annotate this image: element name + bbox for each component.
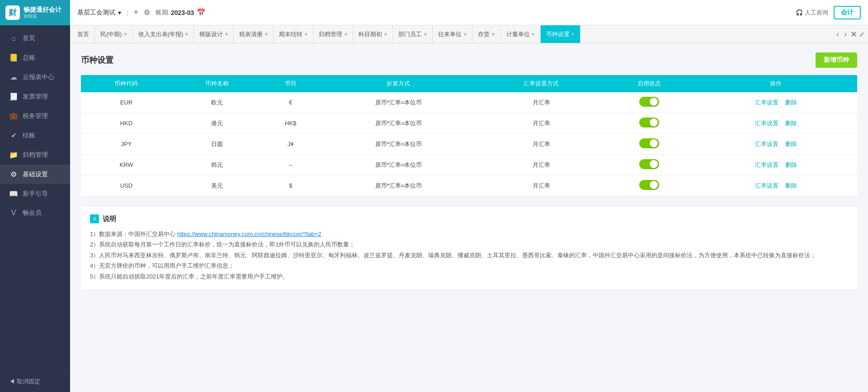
tab-stock[interactable]: 存货 × (472, 25, 500, 43)
cell-symbol-2: J¥ (263, 134, 319, 155)
account-button[interactable]: 会计 (834, 6, 861, 19)
tab-label-dept: 部门员工 (398, 30, 422, 38)
cell-calc-0: 原币*汇率=本位币 (319, 92, 478, 113)
calendar-icon[interactable]: 📅 (197, 8, 206, 17)
tab-close-dept[interactable]: × (424, 31, 427, 38)
tab-partner[interactable]: 往来单位 × (433, 25, 472, 43)
sidebar-footer-toggle[interactable]: ◀ 取消固定 (0, 371, 70, 392)
chinamoney-link[interactable]: https://www.chinamoney.com.cn/chinese/bk… (177, 231, 321, 237)
rate-setting-link-4[interactable]: 汇率设置 (755, 182, 778, 189)
new-currency-button[interactable]: 新增币种 (816, 52, 857, 68)
tab-close-currency[interactable]: × (571, 31, 575, 38)
tab-close-partner[interactable]: × (463, 31, 467, 38)
toggle-enabled-4[interactable] (639, 180, 659, 190)
note-item-4: 5）系统只能自动抓取2021年度后的汇率，之前年度汇率需要用户手工维护。 (90, 271, 848, 282)
toggle-enabled-2[interactable] (639, 138, 659, 148)
sidebar-item-settings[interactable]: ⚙ 基础设置 (0, 165, 70, 184)
tab-unit[interactable]: 计量单位 × (501, 25, 541, 43)
cell-symbol-3: -- (263, 155, 319, 175)
note-item-2: 3）人民币对马来西亚林吉特、俄罗斯卢布、南非兰特、韩元、阿联酋迪拉姆、沙特里亚尔… (90, 250, 848, 260)
delete-link-4[interactable]: 删除 (785, 182, 797, 189)
tabbar-nav: ‹ › ✕ ⤢ (833, 29, 866, 39)
cell-code-3: KRW (81, 155, 172, 175)
toggle-enabled-0[interactable] (639, 97, 659, 107)
period-label: 账期 (156, 9, 168, 17)
cell-name-1: 港元 (172, 113, 263, 134)
sidebar-item-archive[interactable]: 📁 归档管理 (0, 145, 70, 165)
cell-enabled-1 (604, 113, 695, 134)
tab-income[interactable]: 收入支出表(年报) × (133, 25, 194, 43)
sidebar-item-member[interactable]: V 畅会员 (0, 203, 70, 222)
table-header: 币种代码币种名称币符折算方式汇率设置方式启用状态操作 (81, 75, 857, 92)
tab-subject[interactable]: 科目期初 × (353, 25, 393, 43)
sidebar-item-home[interactable]: ⌂ 首页 (0, 29, 70, 48)
tab-next-button[interactable]: › (843, 29, 849, 39)
cell-symbol-1: HK$ (263, 113, 319, 134)
company-selector[interactable]: 基层工会测试 ▾ (77, 9, 121, 17)
cell-code-1: HKD (81, 113, 172, 134)
tab-label-stock: 存货 (478, 30, 490, 38)
tab-template[interactable]: 模版设计 × (194, 25, 234, 43)
note-item-3: 4）无官方牌价的币种，可以用用户手工维护汇率信息； (90, 260, 848, 271)
toggle-enabled-1[interactable] (639, 118, 659, 128)
cell-enabled-0 (604, 92, 695, 113)
tab-period[interactable]: 期末结转 × (274, 25, 313, 43)
sidebar-item-reports[interactable]: ☁ 云报表中心 (0, 67, 70, 87)
toggle-knob-4 (650, 181, 658, 189)
tab-close-period[interactable]: × (304, 31, 307, 38)
toggle-knob-2 (650, 139, 658, 147)
rate-setting-link-0[interactable]: 汇率设置 (755, 99, 778, 106)
archive-icon: 📁 (9, 151, 18, 159)
tab-close-archive[interactable]: × (344, 31, 347, 38)
sidebar-item-checkout[interactable]: ✔ 结账 (0, 126, 70, 145)
tab-close-tax[interactable]: × (264, 31, 268, 38)
tab-tax[interactable]: 税表清册 × (234, 25, 274, 43)
tab-home[interactable]: 首页 (72, 25, 95, 43)
delete-link-0[interactable]: 删除 (785, 99, 797, 106)
delete-link-3[interactable]: 删除 (785, 161, 797, 168)
tab-expand-button[interactable]: ⤢ (859, 31, 864, 38)
rate-setting-link-3[interactable]: 汇率设置 (755, 161, 778, 168)
cell-symbol-0: € (263, 92, 319, 113)
sidebar-item-tax[interactable]: 💼 税务管理 (0, 106, 70, 126)
tab-close-balance[interactable]: × (124, 31, 127, 38)
cell-actions-2: 汇率设置 删除 (695, 134, 857, 155)
rate-setting-link-2[interactable]: 汇率设置 (755, 141, 778, 147)
tab-archive[interactable]: 归档管理 × (313, 25, 353, 43)
tab-prev-button[interactable]: ‹ (835, 29, 840, 39)
tab-close-all-button[interactable]: ✕ (850, 29, 857, 39)
add-tab-button[interactable]: + (133, 8, 138, 17)
help-button[interactable]: 🎧 人工咨询 (796, 9, 828, 17)
delete-link-2[interactable]: 删除 (785, 141, 797, 147)
tab-close-unit[interactable]: × (532, 31, 535, 38)
cell-name-0: 欧元 (172, 92, 263, 113)
tab-close-income[interactable]: × (185, 31, 188, 38)
logo-text: 畅捷通好会计 旗舰版 (24, 6, 61, 20)
toggle-enabled-3[interactable] (639, 159, 659, 169)
help-label: 人工咨询 (805, 9, 828, 17)
sidebar-item-invoice[interactable]: 🧾 发票管理 (0, 87, 70, 106)
delete-link-1[interactable]: 删除 (785, 120, 797, 127)
topbar-settings-icon[interactable]: ⚙ (144, 8, 150, 17)
sidebar-label-home: 首页 (23, 34, 35, 43)
sidebar-item-ledger[interactable]: 📒 总账 (0, 48, 70, 67)
tab-label-partner: 往来单位 (438, 30, 462, 38)
sidebar-item-guide[interactable]: 📖 新手引导 (0, 184, 70, 203)
tab-close-template[interactable]: × (225, 31, 228, 38)
period-selector[interactable]: 账期 2023-03 📅 (156, 8, 206, 17)
rate-setting-link-1[interactable]: 汇率设置 (755, 120, 778, 127)
reports-icon: ☁ (9, 73, 18, 81)
cell-name-4: 美元 (172, 175, 263, 196)
tab-close-stock[interactable]: × (491, 31, 495, 38)
tab-dept[interactable]: 部门员工 × (393, 25, 433, 43)
cell-name-3: 韩元 (172, 155, 263, 175)
col-header-币种名称: 币种名称 (172, 75, 263, 92)
tab-currency[interactable]: 币种设置 × (541, 25, 580, 43)
sidebar-label-member: 畅会员 (23, 209, 42, 217)
company-dropdown-icon: ▾ (118, 9, 121, 16)
table-row: KRW 韩元 -- 原币*汇率=本位币 月汇率 汇率设置 删除 (81, 155, 857, 175)
cell-actions-1: 汇率设置 删除 (695, 113, 857, 134)
tab-balance[interactable]: 民(中期) × (95, 25, 133, 43)
tab-close-subject[interactable]: × (384, 31, 387, 38)
notes-title: ≡ 说明 (90, 214, 848, 223)
